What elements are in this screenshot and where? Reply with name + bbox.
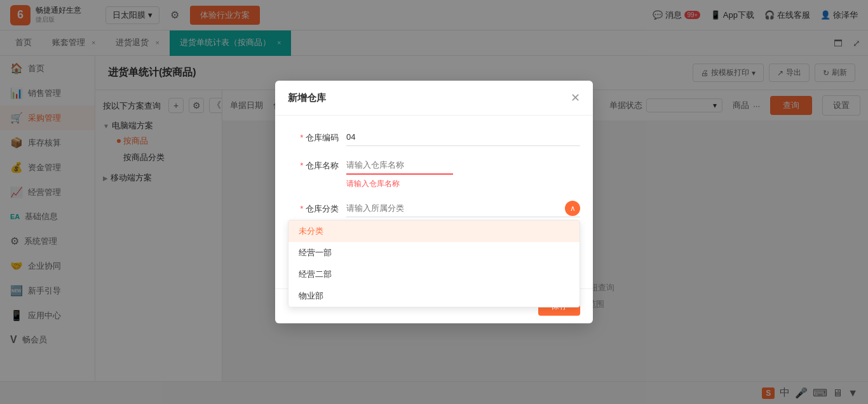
category-dropdown-wrap: ∧ 未分类 经营一部 经营二部 物业部 — [346, 199, 580, 217]
modal-header: 新增仓库 ✕ — [275, 81, 593, 116]
name-label: 仓库名称 — [288, 156, 339, 175]
modal-title: 新增仓库 — [288, 92, 326, 104]
dropdown-item-uncategorized[interactable]: 未分类 — [288, 220, 580, 242]
name-input[interactable] — [346, 156, 453, 175]
category-dropdown-list: 未分类 经营一部 经营二部 物业部 — [288, 220, 580, 307]
dropdown-arrow-icon[interactable]: ∧ — [565, 201, 580, 216]
form-row-code: 仓库编码 — [288, 128, 580, 146]
dropdown-item-dept2[interactable]: 经营二部 — [288, 264, 580, 285]
category-label: 仓库分类 — [288, 199, 339, 215]
modal-new-warehouse: 新增仓库 ✕ 仓库编码 仓库名称 请输入仓库名称 — [275, 81, 593, 323]
name-error-text: 请输入仓库名称 — [346, 178, 400, 189]
modal-body: 仓库编码 仓库名称 请输入仓库名称 仓库分类 — [275, 116, 593, 288]
dropdown-item-dept3[interactable]: 物业部 — [288, 285, 580, 307]
close-icon[interactable]: ✕ — [571, 91, 580, 105]
code-label: 仓库编码 — [288, 128, 339, 144]
form-row-category: 仓库分类 ∧ 未分类 经营一部 经营二部 物业部 — [288, 199, 580, 217]
form-row-name: 仓库名称 请输入仓库名称 — [288, 156, 580, 189]
category-input[interactable] — [346, 199, 580, 217]
dropdown-item-dept1[interactable]: 经营一部 — [288, 242, 580, 264]
modal-overlay[interactable]: 新增仓库 ✕ 仓库编码 仓库名称 请输入仓库名称 — [0, 0, 868, 404]
code-input[interactable] — [346, 128, 580, 146]
